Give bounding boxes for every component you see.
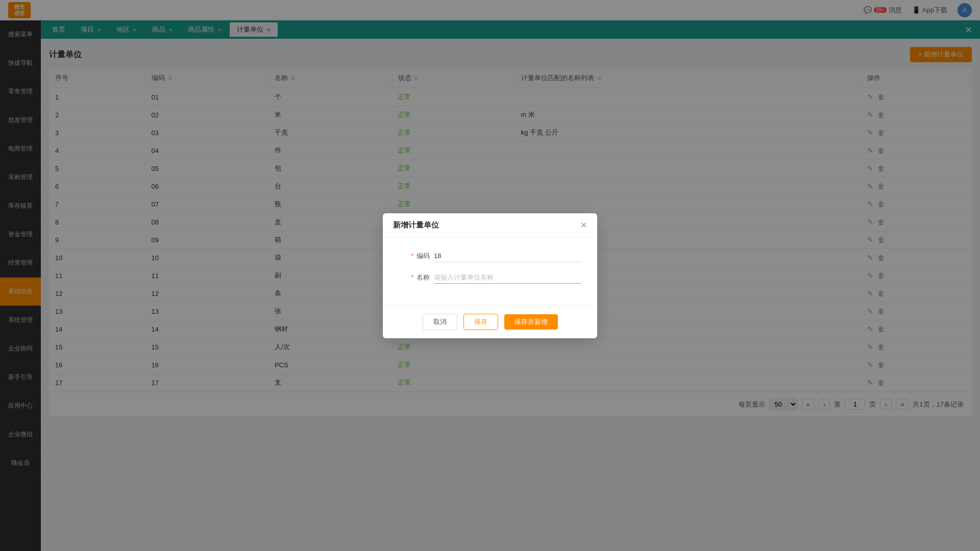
modal-title: 新增计量单位 (393, 220, 439, 230)
add-unit-modal: 新增计量单位 ✕ * 编码 * 名称 取消 保存 保存并新增 (383, 213, 597, 338)
save-button[interactable]: 保存 (463, 314, 498, 330)
modal-close-icon[interactable]: ✕ (580, 220, 587, 230)
code-input[interactable] (434, 250, 581, 262)
name-input[interactable] (434, 271, 581, 284)
form-row-name: * 名称 (399, 271, 581, 284)
modal-body: * 编码 * 名称 (383, 238, 597, 305)
modal-overlay: 新增计量单位 ✕ * 编码 * 名称 取消 保存 保存并新增 (0, 0, 980, 551)
form-code-label: * 编码 (399, 252, 430, 261)
modal-header: 新增计量单位 ✕ (383, 213, 597, 238)
form-name-label: * 名称 (399, 273, 430, 282)
cancel-button[interactable]: 取消 (423, 314, 457, 330)
required-mark-code: * (411, 252, 413, 260)
modal-footer: 取消 保存 保存并新增 (383, 305, 597, 338)
required-mark-name: * (411, 273, 413, 281)
form-row-code: * 编码 (399, 250, 581, 262)
save-new-button[interactable]: 保存并新增 (504, 314, 558, 330)
